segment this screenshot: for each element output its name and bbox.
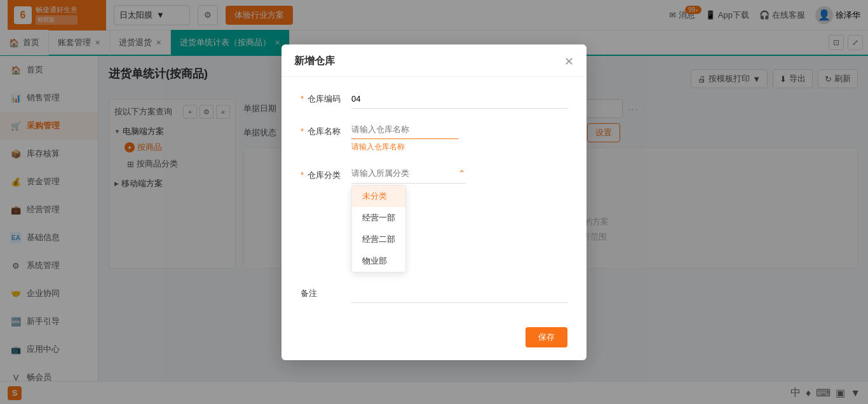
save-button[interactable]: 保存 (526, 327, 567, 347)
modal-overlay: 新增仓库 ✕ * 仓库编码 * 仓库名称 (0, 0, 868, 404)
warehouse-code-row: * 仓库编码 (301, 90, 567, 109)
dropdown-item-dept1[interactable]: 经营一部 (352, 207, 405, 229)
warehouse-name-error: 请输入仓库名称 (301, 142, 405, 152)
category-dropdown-container: 未分类 经营一部 经营二部 物业部 (351, 184, 406, 273)
category-input[interactable] (351, 164, 458, 183)
warehouse-category-field-row: * 仓库分类 ⌃ (301, 164, 466, 184)
required-star: * (301, 94, 304, 104)
warehouse-note-input[interactable] (351, 284, 567, 303)
warehouse-name-field-row: * 仓库名称 (301, 120, 458, 139)
warehouse-name-error-text: 请输入仓库名称 (351, 142, 405, 151)
warehouse-name-row: * 仓库名称 请输入仓库名称 (301, 120, 567, 152)
dropdown-item-unclassified[interactable]: 未分类 (352, 185, 405, 207)
warehouse-code-input[interactable] (351, 90, 567, 109)
dropdown-item-property[interactable]: 物业部 (352, 250, 405, 272)
dropdown-item-dept2[interactable]: 经营二部 (352, 229, 405, 250)
modal-title: 新增仓库 (294, 55, 335, 68)
warehouse-note-label: 备注 (301, 284, 351, 299)
required-star-2: * (301, 126, 304, 136)
modal-header: 新增仓库 ✕ (281, 44, 587, 77)
modal-body: * 仓库编码 * 仓库名称 请输入仓库名称 (281, 77, 587, 327)
warehouse-name-label: * 仓库名称 (301, 122, 351, 137)
warehouse-name-input[interactable] (351, 120, 458, 139)
category-toggle-icon[interactable]: ⌃ (458, 168, 466, 178)
modal-close-button[interactable]: ✕ (564, 55, 574, 69)
warehouse-category-row: * 仓库分类 ⌃ 未分类 经营一部 经营二部 物业部 (301, 164, 567, 273)
category-input-wrapper: ⌃ (351, 164, 466, 184)
new-warehouse-modal: 新增仓库 ✕ * 仓库编码 * 仓库名称 (281, 44, 587, 360)
warehouse-code-label: * 仓库编码 (301, 90, 351, 105)
warehouse-category-label: * 仓库分类 (301, 166, 351, 181)
modal-footer: 保存 (281, 327, 587, 347)
warehouse-note-row: 备注 (301, 284, 567, 303)
category-dropdown: 未分类 经营一部 经营二部 物业部 (351, 185, 406, 273)
required-star-3: * (301, 170, 304, 180)
